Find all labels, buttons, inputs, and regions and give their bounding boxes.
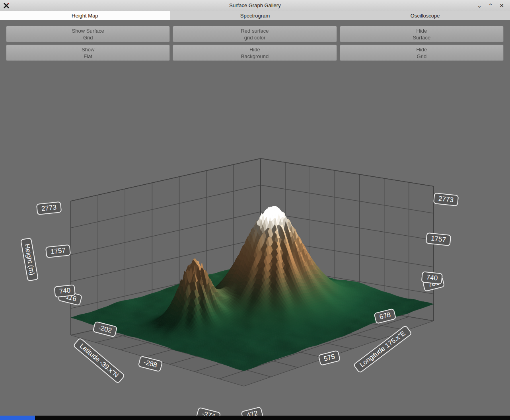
app-icon[interactable] — [3, 2, 10, 9]
hide-background-button[interactable]: HideBackground — [173, 45, 337, 61]
close-button[interactable]: ✕ — [499, 3, 504, 8]
window-title: Surface Graph Gallery — [0, 2, 510, 8]
bottom-bar — [0, 416, 510, 420]
red-surface-grid-color-button[interactable]: Red surfacegrid color — [173, 26, 337, 42]
surface-chart-canvas[interactable] — [0, 0, 510, 420]
hide-grid-button[interactable]: HideGrid — [340, 45, 504, 61]
window-controls: ⌄ ⌃ ✕ — [477, 3, 510, 8]
tabbar: Height Map Spectrogram Oscilloscope — [0, 11, 510, 20]
tab-oscilloscope[interactable]: Oscilloscope — [340, 11, 510, 20]
hide-surface-button[interactable]: HideSurface — [340, 26, 504, 42]
show-surface-grid-button[interactable]: Show SurfaceGrid — [6, 26, 170, 42]
titlebar: Surface Graph Gallery ⌄ ⌃ ✕ — [0, 0, 510, 11]
taskbar-accent — [0, 416, 35, 420]
tab-spectrogram[interactable]: Spectrogram — [170, 11, 341, 20]
maximize-button[interactable]: ⌃ — [488, 3, 493, 8]
show-flat-button[interactable]: ShowFlat — [6, 45, 170, 61]
tab-height-map[interactable]: Height Map — [0, 11, 170, 20]
shade-button[interactable]: ⌄ — [477, 3, 482, 8]
button-grid: Show SurfaceGrid Red surfacegrid color H… — [6, 26, 504, 61]
